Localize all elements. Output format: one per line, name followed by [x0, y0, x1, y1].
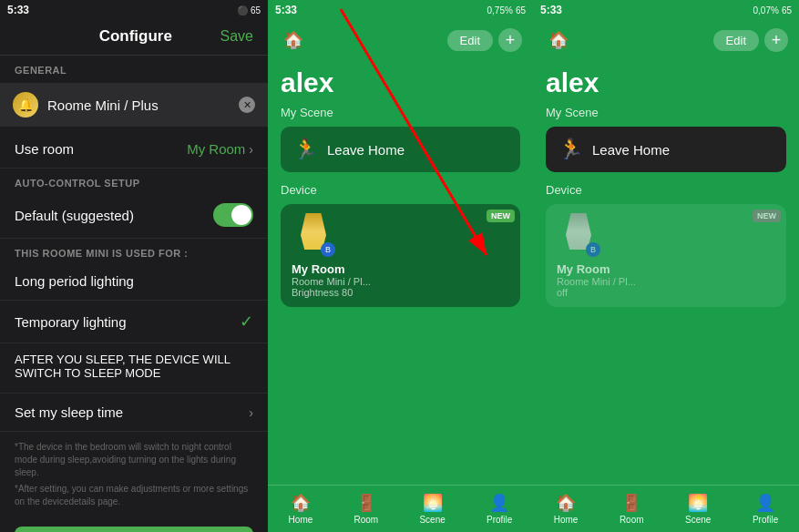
- nav-home-right[interactable]: 🏠 Home: [547, 491, 586, 527]
- set-sleep-row[interactable]: Set my sleep time ›: [0, 394, 268, 432]
- use-room-value: My Room ›: [187, 141, 253, 157]
- nav-profile-mid[interactable]: 👤 Profile: [479, 491, 519, 527]
- left-content: GENERAL 🔔 ✕ Use room My Room › AUTO-CONT…: [0, 56, 268, 532]
- footnote: *The device in the bedroom will switch t…: [0, 432, 268, 517]
- status-bar-left: 5:33 ⚫ 65: [0, 0, 268, 20]
- scene-nav-icon-right: 🌅: [688, 493, 708, 513]
- battery-level-left: 65: [251, 5, 261, 15]
- leave-home-icon-mid: 🏃: [293, 138, 318, 161]
- nav-profile-right[interactable]: 👤 Profile: [745, 491, 785, 527]
- home-nav-icon-right: 🏠: [556, 493, 576, 513]
- device-brightness-mid: Brightness 80: [292, 287, 509, 298]
- device-status-right: off: [557, 287, 775, 298]
- signal-right: 0,07%: [753, 5, 779, 15]
- device-room-mid: My Room: [292, 262, 509, 276]
- save-button[interactable]: Save: [220, 28, 253, 45]
- time-right: 5:33: [540, 4, 562, 16]
- status-bar-right: 5:33 0,07% 65: [533, 0, 799, 20]
- leave-home-icon-right: 🏃: [558, 138, 583, 161]
- scene-name-right: Leave Home: [592, 142, 670, 158]
- battery-mid: 65: [516, 5, 526, 15]
- profile-nav-icon-mid: 👤: [489, 493, 509, 513]
- status-icons-mid: 0,75% 65: [487, 5, 526, 15]
- start-to-use-button[interactable]: START TO USE: [15, 527, 253, 532]
- temporary-label: Temporary lighting: [15, 314, 127, 330]
- time-left: 5:33: [7, 4, 29, 16]
- device-section-mid: Device: [268, 176, 533, 200]
- auto-control-label: AUTO-CONTROL SETUP: [0, 169, 268, 192]
- plus-button-mid[interactable]: +: [498, 28, 522, 52]
- new-badge-right: NEW: [753, 210, 781, 222]
- used-for-label: THIS ROOME MINI IS USED FOR :: [0, 239, 268, 262]
- plus-button-right[interactable]: +: [764, 28, 788, 52]
- home-icon-right[interactable]: 🏠: [544, 26, 573, 55]
- nav-scene-mid[interactable]: 🌅 Scene: [412, 491, 452, 527]
- signal-mid: 0,75%: [487, 5, 513, 15]
- scene-card-right[interactable]: 🏃 Leave Home: [546, 127, 786, 172]
- nav-room-mid[interactable]: 🚪 Room: [347, 491, 386, 527]
- nav-profile-label-right: Profile: [753, 515, 778, 525]
- my-scene-mid: My Scene: [268, 102, 533, 123]
- footnote2: *After setting, you can make adjustments…: [15, 483, 253, 508]
- nav-profile-label-mid: Profile: [487, 515, 512, 525]
- device-card-right[interactable]: NEW B My Room Roome Mini / Pl... off: [546, 204, 786, 307]
- nav-scene-right[interactable]: 🌅 Scene: [678, 491, 718, 527]
- top-actions-right: Edit +: [713, 28, 788, 52]
- device-model-right: Roome Mini / Pl...: [557, 276, 775, 287]
- user-name-mid: alex: [268, 60, 533, 102]
- set-sleep-arrow: ›: [249, 405, 253, 420]
- nav-room-label-mid: Room: [354, 515, 379, 525]
- set-sleep-label: Set my sleep time: [15, 404, 123, 420]
- room-nav-icon-right: 🚪: [621, 493, 641, 513]
- default-toggle[interactable]: [213, 203, 253, 227]
- device-room-right: My Room: [557, 262, 775, 276]
- configure-header: Configure Save: [0, 20, 268, 56]
- room-nav-icon-mid: 🚪: [356, 493, 376, 513]
- top-actions-mid: Edit +: [447, 28, 522, 52]
- edit-button-right[interactable]: Edit: [713, 30, 759, 51]
- nav-room-label-right: Room: [620, 515, 644, 525]
- new-badge-mid: NEW: [487, 210, 515, 222]
- device-name-input[interactable]: [47, 97, 230, 113]
- device-model-mid: Roome Mini / Pl...: [292, 276, 509, 287]
- device-clear-button[interactable]: ✕: [239, 97, 255, 113]
- status-icons-left: ⚫ 65: [237, 5, 261, 15]
- use-room-label: Use room: [15, 141, 74, 157]
- footnote1: *The device in the bedroom will switch t…: [15, 441, 253, 479]
- bluetooth-icon-right: B: [586, 242, 600, 257]
- battery-right: 65: [782, 5, 792, 15]
- battery-icon-left: ⚫: [237, 5, 248, 15]
- status-icons-right: 0,07% 65: [753, 5, 792, 15]
- nav-room-right[interactable]: 🚪 Room: [612, 491, 651, 527]
- device-card-icon-right: B: [557, 213, 600, 257]
- home-icon-mid[interactable]: 🏠: [279, 26, 308, 55]
- user-name-right: alex: [533, 60, 799, 102]
- nav-scene-label-right: Scene: [685, 515, 711, 525]
- check-icon: ✓: [240, 312, 253, 332]
- edit-button-mid[interactable]: Edit: [447, 30, 493, 51]
- top-nav-right: 🏠 Edit +: [533, 20, 799, 60]
- long-period-row[interactable]: Long period lighting: [0, 262, 268, 301]
- sleep-mode-title: AFTER YOU SLEEP, THE DEVICE WILL SWITCH …: [15, 353, 253, 380]
- scene-card-mid[interactable]: 🏃 Leave Home: [281, 127, 520, 172]
- right-panel: 5:33 0,07% 65 🏠 Edit + alex My Scene 🏃 L…: [533, 0, 799, 532]
- device-section-right: Device: [533, 176, 799, 200]
- middle-panel: 5:33 0,75% 65 🏠 Edit + alex My Scene 🏃 L…: [268, 0, 533, 532]
- nav-scene-label-mid: Scene: [419, 515, 445, 525]
- device-card-icon-mid: B: [292, 213, 335, 257]
- device-icon: 🔔: [13, 92, 38, 118]
- default-row: Default (suggested): [0, 192, 268, 239]
- profile-nav-icon-right: 👤: [755, 493, 775, 513]
- nav-home-label-mid: Home: [289, 515, 313, 525]
- use-room-row[interactable]: Use room My Room ›: [0, 130, 268, 169]
- nav-home-label-right: Home: [554, 515, 579, 525]
- long-period-label: Long period lighting: [15, 273, 134, 289]
- top-nav-mid: 🏠 Edit +: [268, 20, 533, 60]
- temporary-row[interactable]: Temporary lighting ✓: [0, 301, 268, 343]
- bottom-nav-right: 🏠 Home 🚪 Room 🌅 Scene 👤 Profile: [533, 485, 799, 532]
- scene-name-mid: Leave Home: [327, 142, 405, 158]
- device-card-mid[interactable]: NEW B My Room Roome Mini / Pl... Brightn…: [281, 204, 520, 307]
- nav-home-mid[interactable]: 🏠 Home: [282, 491, 321, 527]
- time-mid: 5:33: [275, 4, 297, 16]
- home-nav-icon-mid: 🏠: [291, 493, 311, 513]
